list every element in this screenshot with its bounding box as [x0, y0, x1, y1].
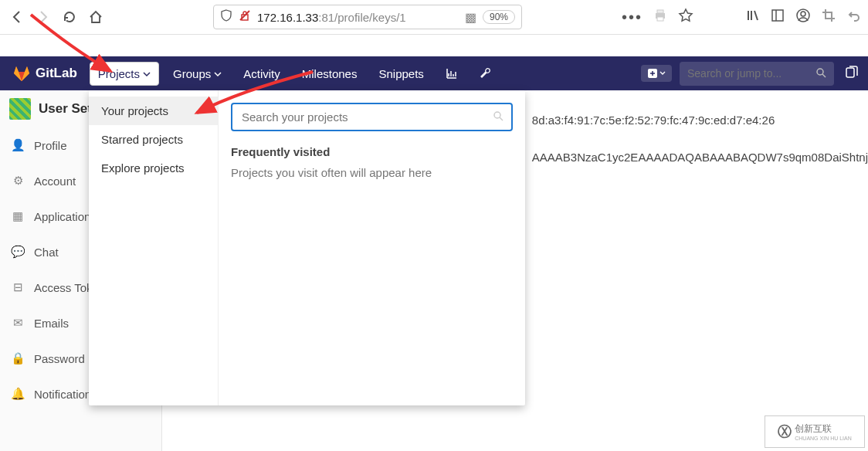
nav-milestones[interactable]: Milestones	[294, 63, 365, 85]
library-icon[interactable]	[746, 8, 760, 26]
sidebar-item-label: Chat	[34, 246, 59, 259]
fingerprint-value: 8d:a3:f4:91:7c:5e:f2:52:79:fc:47:9c:ed:d…	[532, 114, 775, 127]
starred-projects-item[interactable]: Starred projects	[89, 125, 218, 154]
svg-rect-8	[772, 10, 783, 21]
chat-icon: 💬	[11, 245, 25, 259]
gitlab-brand-text: GitLab	[36, 66, 77, 81]
ssh-key-row: ·sa AAAAB3NzaC1yc2EAAAADAQABAAABAQDW7s9q…	[510, 151, 868, 164]
token-icon: ⊟	[11, 280, 25, 294]
nav-projects[interactable]: Projects	[90, 62, 159, 86]
frequently-visited-heading: Frequently visited	[231, 145, 513, 158]
sidebar-item-label: Emails	[34, 317, 69, 330]
watermark-brand: 创新互联	[795, 422, 852, 436]
projects-dropdown: Your projects Starred projects Explore p…	[89, 90, 525, 405]
bookmark-star-icon[interactable]	[678, 8, 693, 27]
sidebar-item-label: Notifications	[34, 388, 97, 401]
account-icon[interactable]	[795, 8, 811, 27]
global-search-input[interactable]	[687, 67, 803, 80]
svg-rect-4	[657, 17, 663, 21]
gitlab-navbar: GitLab Projects Groups Activity Mileston…	[0, 56, 868, 90]
qr-icon[interactable]: ▩	[465, 10, 476, 25]
home-button[interactable]	[86, 8, 105, 26]
nav-groups-label: Groups	[173, 67, 211, 80]
sidebar-item-label: Applications	[34, 210, 97, 223]
dropdown-right-pane: Frequently visited Projects you visit of…	[219, 90, 525, 405]
nav-activity[interactable]: Activity	[236, 63, 288, 85]
gitlab-logo[interactable]: GitLab	[6, 64, 83, 83]
url-text: 172.16.1.33:81/profile/keys/1	[257, 11, 459, 24]
global-search[interactable]	[680, 62, 834, 86]
svg-point-13	[817, 69, 823, 75]
search-icon	[815, 67, 826, 80]
sidebar-item-label: Profile	[34, 139, 67, 152]
forward-button[interactable]	[34, 8, 53, 26]
browser-toolbar: 172.16.1.33:81/profile/keys/1 ▩ 90% •••	[0, 0, 868, 35]
your-projects-item[interactable]: Your projects	[89, 97, 218, 125]
watermark: Ⓧ 创新互联 CHUANG XIN HU LIAN	[765, 415, 865, 448]
svg-point-11	[801, 12, 805, 16]
profile-icon: 👤	[11, 138, 25, 152]
shield-icon	[220, 9, 232, 25]
printer-icon[interactable]	[653, 8, 667, 26]
svg-point-16	[494, 112, 500, 118]
nav-groups[interactable]: Groups	[165, 63, 229, 85]
nav-wrench-icon[interactable]	[472, 63, 500, 84]
url-bar[interactable]: 172.16.1.33:81/profile/keys/1 ▩ 90%	[213, 5, 522, 29]
watermark-sub: CHUANG XIN HU LIAN	[795, 436, 852, 441]
email-icon: ✉	[11, 316, 25, 330]
back-button[interactable]	[8, 8, 26, 26]
sidebar-item-label: Password	[34, 352, 85, 365]
frequently-visited-empty-text: Projects you visit often will appear her…	[231, 166, 513, 179]
explore-projects-item[interactable]: Explore projects	[89, 154, 218, 182]
svg-line-14	[822, 74, 826, 77]
svg-line-7	[754, 11, 758, 20]
crop-icon[interactable]	[822, 8, 836, 26]
chevron-down-icon	[143, 67, 151, 80]
svg-rect-3	[657, 10, 663, 13]
sshkey-value: AAAAB3NzaC1yc2EAAAADAQABAAABAQDW7s9qm08D…	[532, 151, 868, 164]
svg-line-17	[500, 117, 503, 120]
gear-icon: ⚙	[11, 174, 25, 188]
nav-snippets[interactable]: Snippets	[371, 63, 431, 85]
sidebar-item-label: Account	[34, 175, 76, 188]
search-projects-input[interactable]	[231, 103, 513, 131]
insecure-icon	[239, 9, 251, 25]
nav-chart-icon[interactable]	[438, 63, 466, 84]
watermark-logo: Ⓧ	[778, 422, 792, 441]
ssh-fingerprint-row: int: 8d:a3:f4:91:7c:5e:f2:52:79:fc:47:9c…	[510, 114, 868, 127]
bell-icon: 🔔	[11, 387, 25, 401]
new-dropdown-button[interactable]	[641, 65, 672, 82]
user-avatar	[9, 98, 31, 120]
zoom-indicator[interactable]: 90%	[483, 10, 515, 24]
apps-icon: ▦	[11, 209, 25, 223]
reload-button[interactable]	[60, 8, 79, 26]
dropdown-left-pane: Your projects Starred projects Explore p…	[89, 90, 219, 405]
chevron-down-icon	[214, 67, 222, 80]
undo-icon[interactable]	[846, 8, 860, 26]
menu-dots-icon[interactable]: •••	[622, 8, 643, 26]
sidebar-toggle-icon[interactable]	[771, 8, 785, 26]
search-icon	[493, 110, 504, 124]
nav-projects-label: Projects	[98, 67, 140, 80]
lock-icon: 🔒	[11, 351, 25, 365]
svg-rect-15	[846, 68, 854, 77]
nav-tabs-icon[interactable]	[842, 62, 862, 85]
